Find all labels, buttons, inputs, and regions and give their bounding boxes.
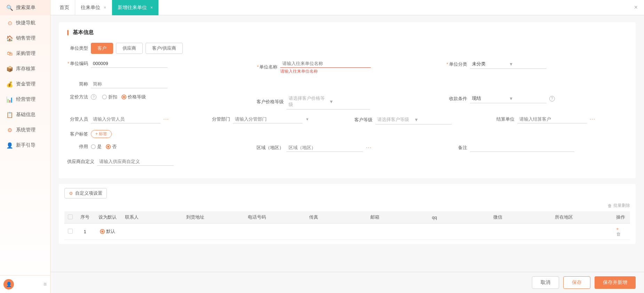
remark-input[interactable] [470, 144, 574, 152]
row-region[interactable] [551, 223, 613, 240]
sidebar-item-label: 销售管理 [16, 35, 36, 41]
finance-icon: 💰 [6, 81, 13, 88]
fax-input[interactable] [309, 227, 363, 236]
btn-both[interactable]: 客户/供应商 [146, 43, 183, 54]
address-input[interactable] [186, 227, 241, 236]
th-action: 操作 [613, 211, 630, 223]
sidebar-bottom: 👤 ≡ [0, 275, 50, 293]
abbreviation-field: 简称 [67, 80, 627, 88]
chevron-down-icon: ▼ [509, 96, 544, 101]
radio-discount[interactable]: 折扣 [102, 94, 117, 100]
sidebar-expand-icon[interactable]: ≡ [44, 281, 47, 287]
supplier-custom-input[interactable] [97, 157, 174, 166]
sidebar-item-sales[interactable]: 🏠 销售管理 [0, 31, 50, 46]
row-contact[interactable] [121, 223, 183, 240]
sidebar-item-quicknav[interactable]: ⊙ 快捷导航 [0, 15, 50, 31]
settlement-more-button[interactable]: ··· [590, 116, 595, 122]
tab-bar: 首页 往来单位 × 新增往来单位 × × [50, 0, 644, 15]
manager-more-button[interactable]: ··· [163, 116, 169, 122]
abbreviation-input[interactable] [91, 80, 167, 88]
row-address[interactable] [183, 223, 244, 240]
settlement-unit-input[interactable] [517, 115, 587, 123]
user-avatar[interactable]: 👤 [3, 279, 14, 290]
th-email: 邮箱 [367, 211, 428, 223]
row-qq[interactable] [429, 223, 490, 240]
unit-name-field: *单位名称 请输入往来单位名称 [257, 59, 438, 74]
email-input[interactable] [370, 227, 425, 236]
sidebar: 🔍 搜索菜单 ⊙ 快捷导航 🏠 销售管理 🛍 采购管理 📦 库存核算 💰 资金管… [0, 0, 50, 293]
tab-new-partner-close[interactable]: × [150, 5, 153, 10]
btn-supplier[interactable]: 供应商 [116, 43, 143, 54]
sidebar-item-purchase[interactable]: 🛍 采购管理 [0, 46, 50, 61]
wechat-input[interactable] [493, 227, 548, 236]
disabled-label: 停用 [67, 144, 88, 150]
batch-delete-button[interactable]: 🗑 批量删除 [608, 203, 630, 209]
customer-price-level-placeholder: 请选择客户价格等级 [289, 95, 328, 108]
customer-price-level-label: 客户价格等级 [257, 99, 284, 105]
phone-input[interactable] [248, 227, 302, 236]
pricing-method-field: 定价方法 ? 折扣 价格等级 [67, 94, 248, 100]
radio-yes[interactable]: 是 [91, 144, 102, 150]
th-qq: qq [429, 211, 490, 223]
btn-customer[interactable]: 客户 [91, 43, 113, 54]
select-all-checkbox[interactable] [68, 214, 73, 219]
radio-price-level[interactable]: 价格等级 [121, 94, 146, 100]
row-phone[interactable] [244, 223, 306, 240]
tab-partners-close[interactable]: × [104, 5, 106, 10]
radio-no[interactable]: 否 [106, 144, 117, 150]
customer-level-field: 客户等级 请选择客户等级 ▼ [352, 115, 485, 124]
sidebar-item-search[interactable]: 🔍 搜索菜单 [0, 0, 50, 15]
disabled-radio-group: 是 否 [91, 144, 117, 150]
custom-settings-button[interactable]: ⚙ 自定义项设置 [64, 188, 107, 198]
unit-code-input[interactable] [91, 59, 167, 68]
sidebar-item-inventory[interactable]: 📦 库存核算 [0, 61, 50, 76]
contact-input[interactable] [125, 227, 179, 236]
unit-category-select[interactable]: 未分类 ▼ [470, 59, 547, 69]
manager-input[interactable] [91, 115, 160, 123]
row-wechat[interactable] [490, 223, 551, 240]
save-new-button[interactable]: 保存并新增 [595, 276, 636, 289]
payment-terms-select[interactable]: 现结 ▼ [470, 94, 547, 103]
row-fax[interactable] [306, 223, 367, 240]
unit-category-field: *单位分类 未分类 ▼ [446, 59, 627, 69]
sidebar-item-basic[interactable]: 📋 基础信息 [0, 107, 50, 122]
pricing-hint-icon[interactable]: ? [91, 94, 96, 100]
region-more-button[interactable]: ··· [366, 145, 371, 151]
customer-level-select[interactable]: 请选择客户等级 ▼ [375, 115, 452, 124]
sidebar-item-system[interactable]: ⚙ 系统管理 [0, 122, 50, 138]
tab-partners[interactable]: 往来单位 × [75, 0, 112, 15]
radio-yes-circle [91, 144, 96, 149]
sidebar-item-guide[interactable]: 👤 新手引导 [0, 138, 50, 153]
row-no: 1 [76, 223, 94, 240]
payment-terms-hint[interactable]: ? [549, 96, 555, 101]
row-email[interactable] [367, 223, 428, 240]
basic-info-section: 基本信息 单位类型 客户 供应商 客户/供应商 *单位编码 [59, 22, 636, 178]
pricing-row: 定价方法 ? 折扣 价格等级 客户价格 [67, 94, 627, 109]
sidebar-item-finance[interactable]: 💰 资金管理 [0, 76, 50, 92]
row-default-radio[interactable]: 默认 [97, 228, 118, 235]
remark-field: 备注 [446, 144, 627, 152]
tab-new-partner[interactable]: 新增往来单位 × [112, 0, 159, 15]
disabled-field: 停用 是 否 [67, 144, 248, 150]
unit-type-label: 单位类型 [67, 45, 88, 51]
save-button[interactable]: 保存 [563, 276, 590, 289]
unit-name-input[interactable] [280, 59, 371, 68]
th-contact: 联系人 [121, 211, 183, 223]
department-chevron: ▼ [305, 117, 309, 121]
window-close-button[interactable]: × [631, 4, 641, 11]
th-address: 到货地址 [183, 211, 244, 223]
department-input[interactable] [233, 115, 303, 123]
settlement-unit-field: 结算单位 ··· [494, 115, 627, 123]
row-add-button[interactable]: + [616, 226, 619, 231]
row-checkbox[interactable] [68, 229, 73, 234]
tab-home[interactable]: 首页 [54, 0, 75, 15]
sidebar-item-operations[interactable]: 📊 经营管理 [0, 92, 50, 107]
row-delete-button[interactable]: 🗑 [616, 231, 621, 237]
qq-input[interactable] [432, 227, 487, 236]
customer-price-level-select[interactable]: 请选择客户价格等级 ▼ [286, 94, 370, 109]
cancel-button[interactable]: 取消 [532, 276, 559, 289]
region-input[interactable] [286, 144, 363, 152]
region-row-input[interactable] [555, 227, 609, 236]
add-tag-button[interactable]: + 标签 [91, 130, 112, 138]
section-title: 基本信息 [67, 29, 627, 36]
